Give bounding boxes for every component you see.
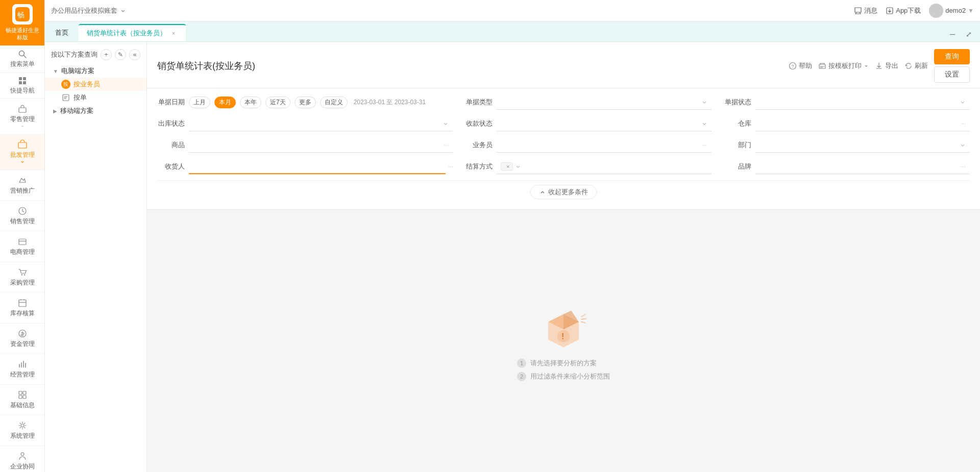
svg-rect-14 xyxy=(19,300,26,306)
filter-area: 单据日期 上月 本月 本年 近7天 更多 自定义 2023-03-01 至 20… xyxy=(147,88,980,210)
sidebar-item-finance[interactable]: 资金管理 xyxy=(0,323,44,354)
panel-header-title: 按以下方案查询 xyxy=(51,50,97,59)
date-btn-more[interactable]: 更多 xyxy=(295,97,316,108)
sidebar-item-purchase[interactable]: 采购管理 xyxy=(0,262,44,293)
date-btn-current-month[interactable]: 本月 xyxy=(214,97,236,108)
recipient-input[interactable] xyxy=(189,159,446,174)
sidebar-item-wholesale-label: 批发管理 xyxy=(10,151,35,159)
goods-input[interactable]: ··· xyxy=(189,137,453,153)
recipient-dots[interactable]: ··· xyxy=(448,163,453,170)
sidebar-item-wholesale[interactable]: 批发管理 xyxy=(0,134,44,170)
filter-brand: 品牌 ··· xyxy=(724,159,970,174)
sidebar-item-ecommerce[interactable]: 电商管理 xyxy=(0,231,44,262)
sidebar-quick-nav[interactable]: 快捷导航 xyxy=(0,73,44,99)
sidebar-item-enterprise[interactable]: 企业协同 xyxy=(0,446,44,472)
user-area[interactable]: demo2 ▼ xyxy=(929,4,974,18)
tip-1-num: 1 xyxy=(517,359,526,368)
receipt-status-label: 收款状态 xyxy=(465,119,493,128)
department-select[interactable] xyxy=(755,137,970,153)
tree-item-salesperson[interactable]: 按 按业务员 xyxy=(45,78,146,91)
tab-home[interactable]: 首页 xyxy=(47,24,77,41)
action-buttons: 查询 设置 xyxy=(934,49,970,83)
sidebar-item-retail[interactable]: 零售管理 xyxy=(0,99,44,134)
date-btn-last-month[interactable]: 上月 xyxy=(189,97,210,108)
filter-warehouse: 仓库 ··· xyxy=(724,116,970,131)
warehouse-input[interactable]: ··· xyxy=(755,116,970,131)
sidebar-item-inventory[interactable]: 库存核算 xyxy=(0,293,44,323)
department-label: 部门 xyxy=(724,140,751,150)
settings-button[interactable]: 设置 xyxy=(934,66,970,83)
app-selector[interactable]: 办公用品行业模拟账套 xyxy=(51,6,127,15)
svg-rect-18 xyxy=(19,395,22,398)
sidebar-search[interactable]: 搜索菜单 xyxy=(0,45,44,73)
svg-point-20 xyxy=(21,424,24,427)
tab-sales-stat[interactable]: 销货单统计表（按业务员） × xyxy=(79,24,186,41)
refresh-btn[interactable]: 刷新 xyxy=(904,61,928,70)
app-download-label: App下载 xyxy=(896,6,921,15)
help-btn[interactable]: ? 帮助 xyxy=(789,61,812,70)
export-btn[interactable]: 导出 xyxy=(875,61,898,70)
collapse-button[interactable]: 收起更多条件 xyxy=(530,185,597,199)
panel-header: 按以下方案查询 + ✎ « xyxy=(45,47,146,64)
settlement-tag-close[interactable]: × xyxy=(506,163,509,170)
page-body: 按以下方案查询 + ✎ « ▼ 电脑端方案 xyxy=(45,42,980,472)
goods-label: 商品 xyxy=(157,140,185,150)
export-label: 导出 xyxy=(885,61,898,70)
out-status-select[interactable] xyxy=(189,116,453,131)
tree-item-mobile[interactable]: ▶ 移动端方案 xyxy=(45,104,146,117)
salesperson-dots[interactable]: ··· xyxy=(702,141,707,149)
brand-dots[interactable]: ··· xyxy=(961,163,966,170)
data-area: ! 1 请先选择要分析的方案 2 用过滤条件来缩小分析范围 xyxy=(147,210,980,472)
topbar-right: 消息 App下载 demo2 ▼ xyxy=(854,4,974,18)
tree-item-pc[interactable]: ▼ 电脑端方案 xyxy=(45,64,146,78)
brand-input[interactable]: ··· xyxy=(755,159,970,174)
tab-close-icon[interactable]: × xyxy=(169,29,178,37)
receipt-status-select[interactable] xyxy=(497,116,712,131)
sidebar-item-finance-label: 资金管理 xyxy=(10,340,35,348)
sidebar-item-sales[interactable]: 销售管理 xyxy=(0,201,44,231)
logo-area[interactable]: 畅 畅捷通好生意 标版 xyxy=(0,0,44,45)
goods-dots[interactable]: ··· xyxy=(444,141,449,149)
app-download-btn[interactable]: App下载 xyxy=(886,6,921,15)
svg-rect-17 xyxy=(23,391,26,394)
settlement-select[interactable]: × xyxy=(497,159,712,174)
topbar: 办公用品行业模拟账套 消息 App下载 demo2 ▼ xyxy=(45,0,980,21)
query-button[interactable]: 查询 xyxy=(934,49,970,64)
tab-minimize-btn[interactable]: ─ xyxy=(945,27,960,41)
sidebar-item-operations[interactable]: 经营管理 xyxy=(0,354,44,385)
template-print-label: 按模板打印 xyxy=(828,61,862,70)
filter-recipient: 收货人 ··· xyxy=(157,159,453,174)
date-btn-current-year[interactable]: 本年 xyxy=(240,97,261,108)
collapse-row: 收起更多条件 xyxy=(157,180,970,203)
user-label: demo2 xyxy=(945,7,966,14)
panel-collapse-btn[interactable]: « xyxy=(129,49,140,60)
sidebar-item-basic[interactable]: 基础信息 xyxy=(0,385,44,415)
panel-edit-btn[interactable]: ✎ xyxy=(115,49,126,60)
sidebar: 畅 畅捷通好生意 标版 搜索菜单 快捷导航 零售管理 批发管理 营销推广 销售管… xyxy=(0,0,45,472)
tabs-right: ─ ⤢ xyxy=(945,27,980,41)
svg-text:!: ! xyxy=(561,332,564,341)
filter-receipt-status: 收款状态 xyxy=(465,116,712,131)
sidebar-item-marketing[interactable]: 营销推广 xyxy=(0,170,44,201)
tab-maximize-btn[interactable]: ⤢ xyxy=(962,27,976,41)
template-print-btn[interactable]: 按模板打印 xyxy=(818,61,869,70)
tree-item-order[interactable]: 按单 xyxy=(45,91,146,104)
date-filter: 上月 本月 本年 近7天 更多 自定义 2023-03-01 至 2023-03… xyxy=(189,97,426,108)
tree-item-mobile-label: 移动端方案 xyxy=(60,106,93,115)
sidebar-item-inventory-label: 库存核算 xyxy=(10,309,35,318)
salesperson-input[interactable]: ··· xyxy=(497,137,712,153)
order-icon xyxy=(61,93,70,102)
sidebar-item-enterprise-label: 企业协同 xyxy=(10,462,35,471)
app-selector-label: 办公用品行业模拟账套 xyxy=(51,6,117,15)
doc-status-select[interactable] xyxy=(755,95,970,110)
date-btn-last-7-days[interactable]: 近7天 xyxy=(265,97,290,108)
svg-text:?: ? xyxy=(792,64,794,69)
warehouse-dots[interactable]: ··· xyxy=(961,120,966,127)
sidebar-item-system[interactable]: 系统管理 xyxy=(0,415,44,446)
date-btn-custom[interactable]: 自定义 xyxy=(320,97,348,108)
panel-header-actions: + ✎ « xyxy=(101,49,140,60)
messages-btn[interactable]: 消息 xyxy=(854,6,877,15)
doc-type-select[interactable] xyxy=(497,95,712,110)
date-range: 2023-03-01 至 2023-03-31 xyxy=(354,98,426,107)
panel-add-btn[interactable]: + xyxy=(101,49,112,60)
